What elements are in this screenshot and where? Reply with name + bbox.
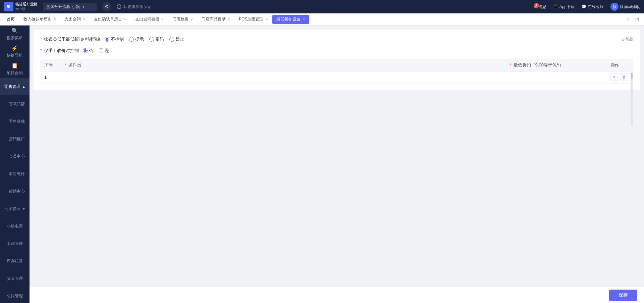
radio-forbid-label: 禁止 (175, 36, 184, 42)
sidebar-item-finance[interactable]: 资金管理 (0, 270, 30, 287)
save-button[interactable]: 保存 (609, 290, 637, 301)
tab-store-catalog-label: 门店商品目录 (202, 16, 226, 22)
sidebar-item-contract[interactable]: 📋 项目合同 (0, 60, 30, 78)
radio-manual-no-input[interactable] (83, 48, 88, 53)
tab-close-icon[interactable]: × (54, 17, 56, 22)
sidebar-item-retail-stats[interactable]: 零售统计 (0, 165, 30, 183)
sidebar-item-marketing[interactable]: 营销推广 (0, 130, 30, 148)
project-selector[interactable]: 测试分开流程-小况 ▾ (43, 3, 97, 11)
discount-table: 序号 * 操作员 * 最低折扣（9.00等于9折） (40, 59, 633, 84)
sidebar-item-member[interactable]: 会员中心 (0, 148, 30, 165)
sidebar-item-purchase[interactable]: 采购管理 (0, 235, 30, 252)
sidebar-item-wholesale[interactable]: 批发管理 ▼ (0, 200, 30, 217)
logo-sub: 专业版 (15, 7, 38, 11)
sidebar-item-label: 帮助中心 (9, 189, 25, 194)
footer-bar: 保存 (30, 287, 644, 303)
required-mark: * (40, 48, 42, 53)
sidebar-item-label: 零售管理 (4, 84, 21, 90)
tab-store-archive-label: 门店档案 (172, 16, 189, 22)
sidebar-item-ledger[interactable]: 总账管理 (0, 287, 30, 303)
app-download-label: App下载 (559, 4, 575, 10)
messages-label: 消息 (538, 4, 546, 10)
main-layout: 🔍 搜索菜单 ⚡ 快捷导航 📋 项目合同 零售管理 ▲ 智慧门店 零售商城 营销… (0, 26, 644, 303)
tab-income-history[interactable]: 收入确认单历史 × (19, 15, 60, 24)
logo-text: 畅捷通好业财 (15, 2, 38, 6)
tab-close-icon[interactable]: × (191, 17, 193, 22)
radio-no-control[interactable]: 不控制 (105, 36, 124, 42)
edit-row-button[interactable]: ✎ (610, 73, 618, 81)
settings-button[interactable]: ⚙ (102, 2, 111, 11)
delete-row-button[interactable]: 🗑 (621, 73, 628, 81)
radio-forbid-input[interactable] (169, 37, 174, 42)
tab-pos-encrypt[interactable]: POS加密管理 × (235, 15, 272, 24)
radio-prompt-input[interactable] (129, 37, 134, 42)
radio-manual-no[interactable]: 否 (83, 48, 93, 54)
sidebar-item-inventory[interactable]: 库存核算 (0, 252, 30, 270)
sidebar-item-label: 库存核算 (7, 258, 23, 264)
radio-no-control-label: 不控制 (111, 36, 124, 42)
tab-close-icon[interactable]: × (228, 17, 230, 22)
messages-button[interactable]: ✉ 8 消息 (534, 4, 546, 10)
manual-price-label: * 仅手工改价时控制 (40, 48, 79, 54)
tab-expenditure-history[interactable]: 支出确认单历史 × (90, 15, 130, 24)
sidebar-item-label: 智慧门店 (9, 101, 25, 107)
radio-no-control-input[interactable] (105, 37, 109, 42)
table-header-row: 序号 * 操作员 * 最低折扣（9.00等于9折） (40, 59, 633, 71)
required-mark: * (40, 37, 42, 42)
scroll-track[interactable] (631, 72, 633, 126)
online-service-button[interactable]: 💬 在线客服 (581, 4, 604, 10)
sidebar-item-label: 搜索菜单 (7, 35, 23, 41)
sidebar-item-online-store[interactable]: 零售商城 (0, 113, 30, 130)
help-button[interactable]: ℹ 帮助 (622, 37, 633, 42)
tab-close-icon[interactable]: × (161, 17, 164, 22)
messages-badge-wrap: ✉ 8 (534, 4, 537, 9)
radio-prompt[interactable]: 提示 (129, 36, 144, 42)
sidebar-item-retail[interactable]: 零售管理 ▲ (0, 78, 30, 95)
sidebar-item-label: 总账管理 (7, 293, 23, 299)
sidebar-item-smart-store[interactable]: 智慧门店 (0, 95, 30, 113)
radio-password-input[interactable] (149, 37, 154, 42)
user-menu-button[interactable]: 徐 徐泽华修改 (610, 3, 640, 11)
sidebar-item-label: 营销推广 (9, 136, 25, 142)
tab-pos-encrypt-label: POS加密管理 (239, 16, 263, 22)
tab-store-catalog[interactable]: 门店商品目录 × (198, 15, 234, 24)
radio-forbid[interactable]: 禁止 (169, 36, 184, 42)
sidebar-item-label: 零售统计 (9, 171, 25, 177)
logo-area: 财 畅捷通好业财 专业版 (4, 2, 38, 11)
tab-expenditure-board-label: 支出合同看板 (135, 16, 159, 22)
radio-password[interactable]: 密码 (149, 36, 164, 42)
radio-manual-no-label: 否 (89, 48, 93, 54)
sidebar-item-nav[interactable]: ⚡ 快捷导航 (0, 43, 30, 60)
chevron-up-icon: ▲ (22, 85, 25, 89)
col-header-seq: 序号 (40, 59, 60, 71)
discount-strategy-row: * 收银员低于最低折扣控制策略 不控制 提示 (40, 36, 633, 42)
radio-password-label: 密码 (155, 36, 164, 42)
tab-close-icon[interactable]: × (265, 17, 268, 22)
maximize-tab-button[interactable]: ⊡ (633, 15, 641, 23)
top-bar: 财 畅捷通好业财 专业版 测试分开流程-小况 ▾ ⚙ 我要看实例演示 ✉ 8 消… (0, 0, 644, 13)
messages-badge: 8 (534, 3, 539, 8)
tab-min-discount[interactable]: 最低折扣设置 × (272, 15, 309, 24)
tab-home-label: 首页 (7, 16, 15, 22)
tab-expenditure-board[interactable]: 支出合同看板 × (131, 15, 168, 24)
sidebar-item-search[interactable]: 🔍 搜索菜单 (0, 26, 30, 43)
tab-min-discount-label: 最低折扣设置 (276, 16, 301, 22)
tab-expenditure-contract[interactable]: 支出合同 × (61, 15, 89, 24)
table-container: 序号 * 操作员 * 最低折扣（9.00等于9折） (40, 59, 633, 84)
contract-icon: 📋 (11, 62, 18, 69)
tab-home[interactable]: 首页 (3, 15, 19, 24)
online-service-label: 在线客服 (588, 4, 604, 10)
tab-close-icon[interactable]: × (124, 17, 126, 22)
tab-close-icon[interactable]: × (83, 17, 85, 22)
sidebar-item-ecommerce[interactable]: 小畅电商 (0, 217, 30, 235)
demo-button[interactable]: 我要看实例演示 (117, 4, 152, 10)
radio-manual-yes-input[interactable] (99, 48, 103, 53)
tab-close-icon[interactable]: × (303, 17, 305, 22)
radio-manual-yes[interactable]: 是 (99, 48, 109, 54)
close-tab-button[interactable]: × (624, 15, 632, 23)
app-download-button[interactable]: 📱 App下载 (553, 4, 575, 10)
sidebar-item-help-center[interactable]: 帮助中心 (0, 183, 30, 200)
col-header-operator: * 操作员 (60, 59, 506, 71)
col-header-action: 操作 (606, 59, 633, 71)
tab-store-archive[interactable]: 门店档案 × (168, 15, 197, 24)
